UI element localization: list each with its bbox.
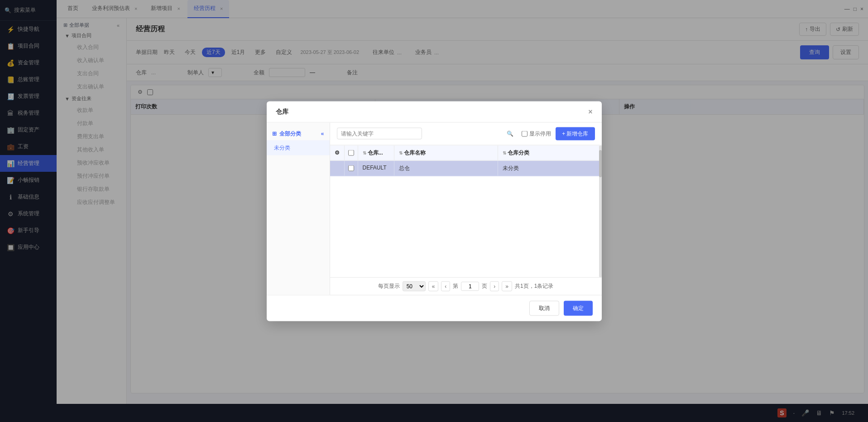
- th-name[interactable]: ⇅ 仓库名称: [394, 145, 498, 160]
- th-code[interactable]: ⇅ 仓库...: [358, 145, 394, 160]
- modal-page-input[interactable]: [461, 281, 479, 291]
- cancel-button[interactable]: 取消: [529, 301, 559, 315]
- add-warehouse-button[interactable]: + 新增仓库: [556, 127, 595, 140]
- row-checkbox[interactable]: [348, 165, 354, 171]
- th-category-label: 仓库分类: [508, 149, 529, 156]
- per-page-label-modal: 每页显示: [378, 282, 400, 290]
- modal-table: ⚙ ⇅ 仓库... ⇅ 仓库名称 ⇅ 仓库分类: [330, 145, 602, 277]
- modal-actions: 取消 确定: [267, 295, 602, 321]
- th-category[interactable]: ⇅ 仓库分类: [498, 145, 602, 160]
- modal-toolbar: 🔍 显示停用 + 新增仓库: [330, 122, 602, 145]
- modal-per-page-select[interactable]: 50 100: [403, 281, 426, 291]
- modal-page-unit: 页: [482, 282, 487, 290]
- modal-search-wrap: 🔍: [337, 128, 518, 140]
- modal-search-input[interactable]: [337, 128, 422, 140]
- row-name: 总仓: [394, 160, 498, 175]
- row-checkbox-cell[interactable]: [345, 160, 358, 175]
- modal-title: 仓库: [276, 107, 288, 116]
- row-code: DEFAULT: [358, 160, 394, 175]
- modal-table-header: ⚙ ⇅ 仓库... ⇅ 仓库名称 ⇅ 仓库分类: [330, 145, 602, 160]
- modal-last-btn[interactable]: »: [502, 281, 512, 291]
- modal-page-label: 第: [453, 282, 458, 290]
- modal-first-btn[interactable]: «: [428, 281, 439, 291]
- modal-scrollbar[interactable]: [599, 145, 602, 277]
- all-categories-btn[interactable]: ⊞ 全部分类 «: [267, 127, 330, 140]
- left-collapse-icon[interactable]: «: [321, 131, 324, 137]
- modal-scrollbar-thumb[interactable]: [599, 150, 602, 177]
- confirm-button[interactable]: 确定: [564, 301, 593, 315]
- th-code-label: 仓库...: [368, 149, 383, 156]
- th-checkbox[interactable]: [345, 145, 358, 160]
- show-disabled-checkbox-label[interactable]: 显示停用: [522, 130, 551, 137]
- sort-icon-code: ⇅: [363, 150, 366, 155]
- sort-icon-name: ⇅: [399, 150, 403, 155]
- row-category: 未分类: [498, 160, 602, 175]
- warehouse-modal: 仓库 × ⊞ 全部分类 « 未分类 🔍: [267, 101, 602, 321]
- table-row[interactable]: DEFAULT 总仓 未分类: [330, 160, 602, 176]
- all-categories-label: 全部分类: [279, 130, 301, 137]
- show-disabled-checkbox[interactable]: [522, 131, 528, 136]
- modal-close-button[interactable]: ×: [588, 107, 592, 116]
- modal-next-btn[interactable]: ›: [490, 281, 499, 291]
- uncategorized-item[interactable]: 未分类: [267, 140, 330, 155]
- modal-left-panel: ⊞ 全部分类 « 未分类: [267, 122, 330, 295]
- th-gear[interactable]: ⚙: [330, 145, 345, 160]
- modal-body: ⊞ 全部分类 « 未分类 🔍 显示停用 + 新增仓库: [267, 122, 602, 295]
- sort-icon-category: ⇅: [503, 150, 506, 155]
- row-gear: [330, 160, 345, 175]
- modal-prev-btn[interactable]: ‹: [441, 281, 450, 291]
- modal-total: 共1页，1条记录: [515, 282, 553, 290]
- table-select-all[interactable]: [348, 150, 354, 155]
- modal-header: 仓库 ×: [267, 101, 602, 122]
- modal-right-panel: 🔍 显示停用 + 新增仓库 ⚙ ⇅ 仓库...: [330, 122, 602, 295]
- grid-icon2: ⊞: [272, 131, 277, 137]
- show-disabled-label: 显示停用: [529, 130, 551, 137]
- search-icon2: 🔍: [507, 131, 513, 137]
- th-name-label: 仓库名称: [404, 149, 426, 156]
- uncategorized-label: 未分类: [274, 144, 290, 150]
- modal-pagination: 每页显示 50 100 « ‹ 第 页 › » 共1页，1条记录: [330, 277, 602, 295]
